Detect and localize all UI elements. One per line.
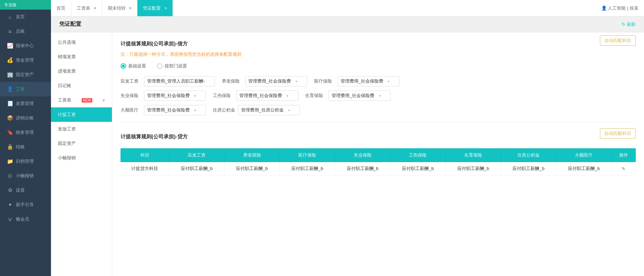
sidebar-item-label: 设置 [16,187,25,193]
sidebar-item-label: 畅会员 [16,216,29,222]
radio-dept-circle[interactable] [157,63,163,69]
left-menu-item-journal[interactable]: 日记账 [51,78,112,93]
tab-salary-table[interactable]: 工资表 × [71,0,102,16]
archive-icon: 📁 [7,158,13,164]
medical-label: 医疗保险 [314,78,335,84]
left-menu-item-purchase-invoice[interactable]: 进项发票 [51,64,112,78]
sidebar-item-home[interactable]: ⌂ 首页 [0,10,51,24]
refresh-label: 刷新 [627,21,636,28]
auto-match-credit-button[interactable]: 自动匹配科目 [600,128,636,139]
radio-dept-settings[interactable]: 按部门设置 [157,63,187,69]
main-area: 首页 工资表 × 期末结转 × 凭证配置 × 👤 人工智能 | 徐某 凭证配置 … [51,0,644,276]
table-header-row: 科目 应发工资 养老保险 医疗保险 失业保险 工伤保险 生育保险 住房公积金 大… [121,149,636,162]
dropdown-arrow: ▾ [194,108,196,112]
row-applied-salary: 应付职工薪酬_b [169,162,225,176]
home-icon: ⌂ [7,14,13,20]
injury-select[interactable]: 管理费用_社会保险费 ▾ [236,91,298,101]
left-menu-item-label: 销项发票 [58,54,76,60]
tab-period-close-close[interactable]: × [129,6,132,11]
auto-match-debit-button[interactable]: 自动匹配科目 [600,35,636,46]
sidebar-item-label: 结账 [16,144,25,150]
unemployment-select[interactable]: 管理费用_社会保险费 ▾ [144,91,206,101]
medical-select[interactable]: 管理费用_社会保险费 ▾ [337,76,399,86]
left-menu-item-xiaochang-expense[interactable]: 小畅报销 [51,151,112,165]
tab-bar: 首页 工资表 × 期末结转 × 凭证配置 × 👤 人工智能 | 徐某 [51,0,644,17]
left-menu-item-fixed-assets[interactable]: 固定资产 [51,136,112,151]
reports-icon: 📈 [7,43,13,49]
content-layout: 公共选项 销项发票 进项发票 日记账 工资表 NEW ▾ 计提工资 发放工资 [51,32,644,276]
left-menu-item-public[interactable]: 公共选项 [51,35,112,50]
sidebar-item-ledger[interactable]: ≡ 总账 [0,24,51,39]
sidebar-item-xiaochang[interactable]: © 小畅报销 [0,169,51,183]
dropdown-arrow: ▾ [287,94,288,98]
row-action[interactable]: ✎ [612,162,636,176]
housing-fund-select[interactable]: 管理费用_住房公积金 ▾ [238,105,300,115]
maternity-select[interactable]: 管理费用_社会保险费 ▾ [329,91,391,101]
tab-voucher-config-close[interactable]: × [164,6,167,11]
left-menu-item-pay-salary[interactable]: 发放工资 [51,122,112,136]
field-applied-salary: 应发工资 管理费用_管理人员职工薪酬 ▾ [121,76,215,86]
sidebar-item-reports[interactable]: 📈 报表中心 [0,39,51,53]
field-injury: 工伤保险 管理费用_社会保险费 ▾ [213,91,298,101]
left-menu-item-accrued-salary[interactable]: 计提工资 [51,107,112,122]
pension-select[interactable]: 管理费用_社会保险费 ▾ [245,76,307,86]
sidebar-item-salary[interactable]: 👤 工资 [0,82,51,96]
left-menu: 公共选项 销项发票 进项发票 日记账 工资表 NEW ▾ 计提工资 发放工资 [51,32,112,276]
radio-basic-settings[interactable]: 基础设置 [121,63,146,69]
col-major-medical: 大额医疗 [556,149,612,162]
sidebar-item-guide[interactable]: ✦ 新手引导 [0,198,51,212]
tab-salary-table-close[interactable]: × [94,6,96,11]
tab-voucher-config[interactable]: 凭证配置 × [137,0,173,16]
injury-label: 工伤保险 [213,93,233,99]
section-divider [121,122,636,123]
left-menu-item-label: 发放工资 [58,126,76,132]
dropdown-arrow: ▾ [379,94,381,98]
dropdown-arrow: ▾ [388,79,389,83]
sidebar-item-close[interactable]: 🔒 结账 [0,140,51,154]
row-pension: 应付职工薪酬_b [224,162,280,176]
sidebar-item-settings[interactable]: ⚙ 设置 [0,183,51,198]
col-subject: 科目 [121,149,169,162]
field-major-medical: 大额医疗 管理费用_社会保险费 ▾ [121,105,206,115]
sidebar-item-label: 工资 [16,86,25,92]
sidebar-item-tax[interactable]: 🔖 税务管理 [0,125,51,140]
major-medical-select[interactable]: 管理费用_社会保险费 ▾ [144,105,206,115]
edit-icon[interactable]: ✎ [622,166,625,171]
left-menu-item-salary-table[interactable]: 工资表 NEW ▾ [51,93,112,107]
sidebar-item-label: 进销台账 [16,115,34,121]
sidebar-item-inventory[interactable]: 📦 进销台账 [0,111,51,125]
unemployment-label: 失业保险 [121,93,141,99]
sidebar-item-assets[interactable]: 🏢 固定资产 [0,67,51,82]
guide-icon: ✦ [7,202,13,208]
refresh-button[interactable]: ↻ 刷新 [622,21,636,28]
page-header: 凭证配置 ↻ 刷新 [51,17,644,32]
tab-period-close[interactable]: 期末结转 × [102,0,138,16]
inventory-icon: 📦 [7,115,13,121]
col-injury: 工伤保险 [390,149,446,162]
major-medical-value: 管理费用_社会保险费 [147,107,190,113]
left-menu-item-sales-invoice[interactable]: 销项发票 [51,50,112,64]
tab-home[interactable]: 首页 [51,0,71,16]
sidebar-item-label: 报表中心 [16,43,34,49]
debit-form-row-1: 应发工资 管理费用_管理人员职工薪酬 ▾ 养老保险 管理费用_社会保险费 ▾ [121,76,636,86]
sidebar-item-label: 发票管理 [16,100,34,107]
left-menu-item-label: 进项发票 [58,68,76,74]
dropdown-arrow: ▾ [288,108,290,112]
sidebar-item-archive[interactable]: 📁 归档管理 [0,154,51,169]
row-major-medical: 应付职工薪酬_b [556,162,612,176]
page-title: 凭证配置 [59,21,81,28]
refresh-icon: ↻ [622,22,625,27]
radio-basic-label: 基础设置 [128,63,146,69]
tab-period-close-label: 期末结转 [108,5,126,11]
field-pension: 养老保险 管理费用_社会保险费 ▾ [222,76,307,86]
applied-salary-select[interactable]: 管理费用_管理人员职工薪酬 ▾ [144,76,215,86]
sidebar-item-label: 小畅报销 [16,173,34,179]
expand-icon: ▾ [103,98,105,103]
sidebar-item-member[interactable]: V 畅会员 [0,212,51,226]
field-medical: 医疗保险 管理费用_社会保险费 ▾ [314,76,399,86]
sidebar-item-funds[interactable]: 💰 资金管理 [0,53,51,67]
radio-basic-circle[interactable] [121,63,126,69]
sidebar: 专业版 ⌂ 首页 ≡ 总账 📈 报表中心 💰 资金管理 🏢 固定资产 👤 工资 … [0,0,51,276]
sidebar-item-invoice[interactable]: 🧾 发票管理 [0,96,51,111]
applied-salary-value: 管理费用_管理人员职工薪酬 [147,78,203,84]
